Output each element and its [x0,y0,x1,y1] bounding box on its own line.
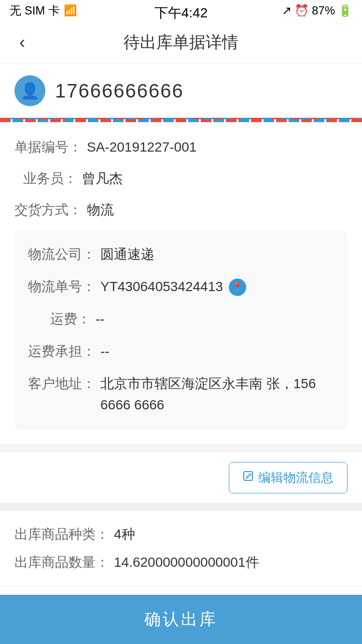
goods-quantity-label: 出库商品数量： [14,553,114,572]
edit-logistics-area: 编辑物流信息 [0,452,362,503]
edit-logistics-button[interactable]: 编辑物流信息 [229,462,348,493]
battery-icon: 🔋 [338,4,352,17]
status-right: ↗ ⏰ 87% 🔋 [282,4,352,17]
freight-bearer-label: 运费承担： [28,341,100,363]
back-button[interactable]: ‹ [14,28,30,57]
goods-section: 出库商品种类： 4种 出库商品数量： 14.620000000000001件 [0,511,362,586]
avatar-icon: 👤 [20,82,40,100]
avatar: 👤 [14,75,45,106]
doc-number-row: 单据编号： SA-20191227-001 [14,137,348,158]
salesperson-label: 业务员： [14,168,82,190]
salesperson-row: 业务员： 曾凡杰 [14,168,348,190]
customer-header: 👤 17666666666 [0,64,362,119]
map-location-icon[interactable]: 📍 [229,279,246,296]
section-separator [0,503,362,511]
goods-quantity-row: 出库商品数量： 14.620000000000001件 [14,553,348,572]
wifi-icon: 📶 [64,4,77,17]
freight-bearer-value: -- [100,341,334,363]
edit-icon [243,471,254,485]
status-time: 下午4:42 [154,4,208,22]
freight-bearer-row: 运费承担： -- [28,341,334,363]
logistics-company-label: 物流公司： [28,244,100,266]
delivery-method-value: 物流 [87,199,348,221]
goods-type-row: 出库商品种类： 4种 [14,525,348,544]
status-bar: 无 SIM 卡 📶 下午4:42 ↗ ⏰ 87% 🔋 [0,0,362,21]
logistics-company-row: 物流公司： 圆通速递 [28,244,334,266]
battery-text: 87% [312,4,335,17]
doc-number-label: 单据编号： [14,137,87,158]
address-row: 客户地址： 北京市市辖区海淀区永丰南 张，156 6666 6666 [28,373,334,417]
address-value: 北京市市辖区海淀区永丰南 张，156 6666 6666 [100,373,334,417]
nav-bar: ‹ 待出库单据详情 [0,21,362,64]
doc-number-value: SA-20191227-001 [87,137,348,158]
page-title: 待出库单据详情 [124,31,238,54]
goods-quantity-value: 14.620000000000001件 [114,553,348,572]
address-label: 客户地址： [28,373,100,395]
tracking-number: YT43064053424413 [100,276,223,298]
tracking-value-container: YT43064053424413 📍 [100,276,334,298]
goods-type-value: 4种 [114,525,348,544]
customer-phone: 17666666666 [55,80,184,102]
logistics-company-value: 圆通速递 [100,244,334,266]
logistics-card: 物流公司： 圆通速递 物流单号： YT43064053424413 📍 运费： … [14,230,348,430]
salesperson-value: 曾凡杰 [82,168,348,190]
location-status-icon: ↗ [282,4,292,17]
delivery-method-label: 交货方式： [14,199,87,221]
tracking-row: 物流单号： YT43064053424413 📍 [28,276,334,298]
freight-label: 运费： [28,308,96,330]
carrier-text: 无 SIM 卡 [10,3,60,18]
confirm-button[interactable]: 确认出库 [19,608,343,630]
goods-type-label: 出库商品种类： [14,525,114,544]
tracking-label: 物流单号： [28,276,100,298]
edit-logistics-label: 编辑物流信息 [258,469,334,486]
freight-value: -- [96,308,334,330]
bottom-bar[interactable]: 确认出库 [0,595,362,644]
alarm-icon: ⏰ [294,4,309,17]
freight-row: 运费： -- [28,308,334,330]
delivery-method-row: 交货方式： 物流 [14,199,348,221]
order-info-section: 单据编号： SA-20191227-001 业务员： 曾凡杰 交货方式： 物流 … [0,122,362,444]
status-left: 无 SIM 卡 📶 [10,3,77,18]
